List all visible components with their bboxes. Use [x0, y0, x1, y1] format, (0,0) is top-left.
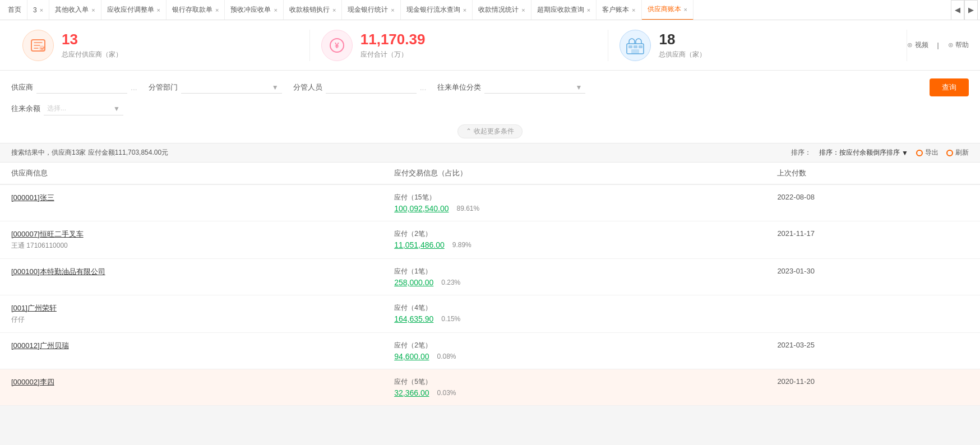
payable-total-label: 应付合计（万）: [360, 50, 426, 59]
nav-next-button[interactable]: ▶: [964, 0, 978, 20]
chevron-down-icon-2: ▼: [575, 84, 582, 91]
trans-amount-5[interactable]: 32,366.00: [394, 388, 429, 397]
trans-label-5: 应付（5笔）: [394, 377, 777, 387]
svg-rect-5: [628, 45, 632, 48]
nav-tab-supplier-ledger[interactable]: 供应商账本 ×: [642, 0, 694, 20]
nav-tab-customer-ledger[interactable]: 客户账本 ×: [597, 0, 641, 20]
nav-tab-3[interactable]: 3 ×: [27, 0, 49, 20]
nav-tab-overdue[interactable]: 超期应收款查询 ×: [531, 0, 597, 20]
total-suppliers-label: 总供应商（家）: [659, 50, 706, 59]
supplier-link-4[interactable]: [000012]广州贝瑞: [11, 341, 394, 351]
refresh-button[interactable]: 刷新: [946, 148, 969, 157]
close-icon[interactable]: ×: [40, 7, 43, 13]
nav-tab-bank[interactable]: 银行存取款单 ×: [167, 0, 225, 20]
trans-amount-2[interactable]: 258,000.00: [394, 278, 433, 287]
balance-select[interactable]: 选择... ▼: [44, 102, 123, 115]
supplier-link-1[interactable]: [000007]恒旺二手叉车: [11, 229, 394, 239]
close-icon[interactable]: ×: [632, 7, 635, 13]
nav-tab-collection-stats[interactable]: 收款情况统计 ×: [473, 0, 531, 20]
trans-percent-2: 0.23%: [441, 279, 460, 286]
nav-tab-home[interactable]: 首页: [2, 0, 27, 20]
nav-tab-cash-flow[interactable]: 现金银行流水查询 ×: [401, 0, 473, 20]
dept-select[interactable]: ▼: [181, 82, 282, 94]
data-table: 供应商信息 应付交易信息（占比） 上次付数 [000001]张三 应付（15笔）…: [0, 163, 980, 406]
filter-dept: 分管部门 ▼: [149, 82, 282, 94]
nav-tab-home-label: 首页: [8, 5, 21, 15]
close-icon[interactable]: ×: [463, 7, 466, 13]
nav-arrows: ◀ ▶: [951, 0, 978, 20]
table-row: [000007]恒旺二手叉车 王通 17106110000 应付（2笔） 11,…: [0, 221, 980, 259]
last-payment-2: 2023-01-30: [777, 267, 969, 275]
close-icon[interactable]: ×: [91, 7, 95, 13]
transaction-info-1: 应付（2笔） 11,051,486.00 9.89%: [394, 229, 777, 249]
trans-label-1: 应付（2笔）: [394, 229, 777, 239]
trans-percent-3: 0.15%: [441, 315, 460, 323]
supplier-info-5: [000002]李四: [11, 377, 394, 389]
trans-percent-5: 0.03%: [437, 389, 456, 397]
trans-amount-4[interactable]: 94,600.00: [394, 352, 429, 361]
nav-tab-collection[interactable]: 收款核销执行 ×: [284, 0, 342, 20]
person-input[interactable]: [326, 82, 417, 94]
close-icon[interactable]: ×: [684, 6, 687, 13]
dept-label: 分管部门: [149, 82, 178, 92]
nav-tab-prepay[interactable]: 预收冲应收单 ×: [225, 0, 283, 20]
balance-label: 往来余额: [11, 104, 40, 114]
help-link[interactable]: ⊙ 帮助: [948, 40, 969, 50]
supplier-input[interactable]: [36, 82, 127, 94]
table-row: [000100]本特勤油品有限公司 应付（1笔） 258,000.00 0.23…: [0, 259, 980, 295]
category-select[interactable]: ▼: [484, 82, 585, 94]
refresh-radio-icon: [946, 150, 953, 156]
sort-select[interactable]: 排序：按应付余额倒序排序 ▼: [819, 148, 908, 157]
payable-suppliers-icon: [22, 30, 54, 61]
close-icon[interactable]: ×: [521, 7, 525, 13]
close-icon[interactable]: ×: [587, 7, 590, 13]
nav-tab-overdue-label: 超期应收款查询: [537, 5, 584, 15]
trans-amount-0[interactable]: 100,092,540.00: [394, 204, 449, 213]
nav-tab-bank-label: 银行存取款单: [172, 5, 212, 15]
supplier-link-5[interactable]: [000002]李四: [11, 377, 394, 387]
video-link[interactable]: ⊙ 视频: [907, 40, 928, 50]
payable-suppliers-label: 总应付供应商（家）: [62, 50, 122, 59]
close-icon[interactable]: ×: [274, 7, 277, 13]
sort-label: 排序：: [791, 148, 811, 157]
nav-tab-adjustment[interactable]: 应收应付调整单 ×: [101, 0, 167, 20]
supplier-info-3: [001]广州荣轩 仔仔: [11, 303, 394, 325]
nav-tab-other-income[interactable]: 其他收入单 ×: [49, 0, 101, 20]
nav-tab-cash-stats-label: 现金银行统计: [348, 5, 388, 15]
category-label: 往来单位分类: [437, 82, 481, 92]
collapse-button[interactable]: ⌃ 收起更多条件: [457, 124, 522, 138]
trans-amount-3[interactable]: 164,635.90: [394, 314, 433, 323]
stat-actions: ⊙ 视频 | ⊙ 帮助: [907, 40, 969, 50]
supplier-info-0: [000001]张三: [11, 193, 394, 205]
close-icon[interactable]: ×: [157, 7, 160, 13]
nav-prev-button[interactable]: ◀: [951, 0, 964, 20]
search-button[interactable]: 查询: [930, 78, 969, 96]
stat-item-payable-total: ¥ 11,170.39 应付合计（万）: [310, 30, 609, 61]
top-navigation: 首页 3 × 其他收入单 × 应收应付调整单 × 银行存取款单 × 预收冲应收单…: [0, 0, 980, 20]
table-row: [000002]李四 应付（5笔） 32,366.00 0.03% 2020-1…: [0, 369, 980, 406]
svg-rect-8: [631, 49, 639, 54]
header-last-payment: 上次付数: [777, 168, 969, 178]
person-dots-icon[interactable]: ...: [420, 83, 427, 92]
supplier-dots-icon[interactable]: ...: [131, 83, 137, 92]
payable-suppliers-content: 13 总应付供应商（家）: [62, 31, 122, 59]
supplier-link-0[interactable]: [000001]张三: [11, 193, 394, 203]
export-button[interactable]: 导出: [916, 148, 939, 157]
person-label: 分管人员: [293, 82, 322, 92]
last-payment-5: 2020-11-20: [777, 377, 969, 386]
main-content: 13 总应付供应商（家） ¥ 11,170.39 应付合计（万）: [0, 20, 980, 445]
stat-item-payable-suppliers: 13 总应付供应商（家）: [11, 30, 310, 61]
trans-amount-1[interactable]: 11,051,486.00: [394, 240, 445, 249]
trans-label-4: 应付（2笔）: [394, 341, 777, 350]
supplier-link-2[interactable]: [000100]本特勤油品有限公司: [11, 267, 394, 277]
stat-item-total-suppliers: 18 总供应商（家）: [608, 30, 907, 61]
close-icon[interactable]: ×: [332, 7, 336, 13]
supplier-sub-3: 仔仔: [11, 315, 394, 325]
transaction-info-3: 应付（4笔） 164,635.90 0.15%: [394, 303, 777, 323]
supplier-link-3[interactable]: [001]广州荣轩: [11, 303, 394, 313]
nav-tab-cash-stats[interactable]: 现金银行统计 ×: [342, 0, 400, 20]
supplier-info-2: [000100]本特勤油品有限公司: [11, 267, 394, 279]
svg-point-1: [39, 45, 45, 51]
close-icon[interactable]: ×: [215, 7, 219, 13]
close-icon[interactable]: ×: [391, 7, 394, 13]
